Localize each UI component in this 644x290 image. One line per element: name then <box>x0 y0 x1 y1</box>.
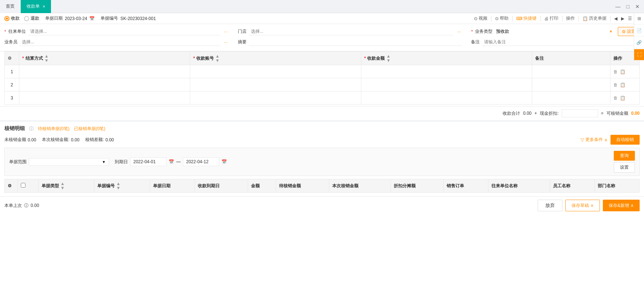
store-input[interactable] <box>249 28 454 35</box>
save-new-chevron[interactable]: ∧ <box>631 203 634 208</box>
shortcut-btn[interactable]: ⌨ 快捷键 <box>516 15 537 21</box>
print-icon: 🖨 <box>544 16 549 21</box>
writeoff-section: 核销明细 ⓘ 待核销单据(0笔) 已核销单据(0笔) 未核销金额 0.00 本次… <box>0 120 644 196</box>
discount-label: 现金折扣: <box>540 110 558 117</box>
partner-input[interactable] <box>28 28 220 35</box>
amount-col-label: 收款金额 <box>367 55 385 62</box>
date-to-input[interactable] <box>183 157 219 166</box>
video-btn[interactable]: ⊙ 视频 <box>474 15 487 21</box>
summary-input[interactable] <box>249 38 463 46</box>
account-cell[interactable] <box>190 78 361 91</box>
delete-row-icon[interactable]: 🗑 <box>613 69 618 74</box>
amount-sort-icon[interactable]: ▲▼ <box>386 54 390 63</box>
panel-link-icon[interactable]: 🔗 <box>634 37 644 48</box>
history-btn[interactable]: 📋 历史单据 <box>582 15 606 21</box>
filter-settings-btn[interactable]: 设置 <box>614 162 635 173</box>
amount-cell[interactable] <box>361 91 532 105</box>
table-gear-icon[interactable]: ⚙ <box>8 56 12 61</box>
next-btn[interactable]: ▶ <box>621 16 624 21</box>
required-mark: * <box>471 29 473 34</box>
sales-order-col: 销售订单 <box>444 179 488 193</box>
writeoff-info-icon[interactable]: ⓘ <box>29 126 34 132</box>
store-more-btn[interactable]: ··· <box>456 29 462 34</box>
account-cell[interactable] <box>190 91 361 105</box>
amount-cell[interactable] <box>361 78 532 91</box>
method-cell[interactable] <box>19 91 190 105</box>
window-close-button[interactable]: ✕ <box>634 4 641 9</box>
note-field: 备注 <box>471 38 640 46</box>
close-tab-icon[interactable]: × <box>43 4 45 9</box>
ops-btn[interactable]: 操作 <box>566 15 575 21</box>
home-tab[interactable]: 首页 <box>0 0 21 13</box>
copy-row-icon[interactable]: 📋 <box>620 69 625 74</box>
date-range: 到期日 📅 — 📅 <box>115 157 227 166</box>
staff-input[interactable] <box>20 38 220 46</box>
biz-type-dropdown[interactable]: ▼ <box>609 30 613 34</box>
save-draft-chevron[interactable]: ∧ <box>590 203 594 208</box>
select-all-checkbox[interactable] <box>21 183 25 188</box>
store-field: 门店 ··· <box>238 28 463 35</box>
footer-right: 放弃 保存草稿 ∧ 保存&新增 ∧ <box>538 200 640 211</box>
account-cell[interactable] <box>190 65 361 78</box>
table-gear-icon[interactable]: ⚙ <box>8 183 12 188</box>
doc-no-sort[interactable]: ▲▼ <box>116 181 121 190</box>
doc-type-sort[interactable]: ▲▼ <box>60 181 65 190</box>
divider <box>578 16 579 21</box>
panel-table-icon[interactable]: ⊞ <box>634 13 644 24</box>
auto-writeoff-btn[interactable]: 自动核销 <box>610 135 640 145</box>
maximize-button[interactable]: □ <box>625 4 631 9</box>
receipt-tab-label: 收款单 <box>27 3 40 9</box>
current-bill-info-icon[interactable]: ⓘ <box>24 203 28 209</box>
diff-value: 0.00 <box>105 137 114 142</box>
staff-more-btn[interactable]: ··· <box>223 40 229 45</box>
copy-row-icon[interactable]: 📋 <box>620 95 625 101</box>
refund-radio[interactable]: 退款 <box>24 15 39 21</box>
calendar-icon[interactable]: 📅 <box>89 16 95 21</box>
note-cell[interactable] <box>532 65 610 78</box>
date-from-input[interactable] <box>130 157 166 166</box>
query-btn[interactable]: 查询 <box>614 151 635 161</box>
account-sort-icon[interactable]: ▲▼ <box>215 54 220 63</box>
more-conditions-btn[interactable]: ▽ 更多条件 ∧ <box>581 137 608 143</box>
chevron-up-icon: ∧ <box>604 137 608 142</box>
done-tab[interactable]: 已核销单据(0笔) <box>74 126 106 132</box>
copy-row-icon[interactable]: 📋 <box>620 82 625 87</box>
dept-name-col: 部门名称 <box>594 179 639 193</box>
abandon-button[interactable]: 放弃 <box>538 200 562 211</box>
method-sort-icon[interactable]: ▲▼ <box>44 54 49 63</box>
calendar-to-icon[interactable]: 📅 <box>221 159 227 164</box>
method-cell[interactable] <box>19 65 190 78</box>
method-cell[interactable] <box>19 78 190 91</box>
receipt-tab[interactable]: 收款单 × <box>21 0 51 13</box>
calendar-from-icon[interactable]: 📅 <box>169 159 174 164</box>
note-input[interactable] <box>482 38 640 46</box>
discount-input[interactable] <box>562 109 598 117</box>
panel-doc-icon[interactable]: 📄 <box>634 25 644 36</box>
doc-type-col: 单据类型 ▲▼ <box>38 179 94 193</box>
print-btn[interactable]: 🖨 打印 <box>544 15 558 21</box>
home-tab-label: 首页 <box>6 3 15 9</box>
divider <box>562 16 562 21</box>
save-new-button[interactable]: 保存&新增 ∧ <box>603 200 640 211</box>
partner-more-btn[interactable]: ··· <box>223 29 229 34</box>
total-value: 0.00 <box>523 111 531 116</box>
current-amount-col: 本次核销金额 <box>329 179 390 193</box>
panel-screen-icon[interactable]: ⛶ <box>634 49 644 60</box>
pending-amount-col: 待核销金额 <box>276 179 329 193</box>
amount-cell[interactable] <box>361 65 532 78</box>
divider <box>610 16 610 21</box>
note-cell[interactable] <box>532 91 610 105</box>
help-btn[interactable]: ⊙ 帮助 <box>495 15 508 21</box>
list-view-btn[interactable]: ☰ <box>628 16 632 21</box>
pending-tab[interactable]: 待核销单据(0笔) <box>38 126 70 132</box>
range-select[interactable]: ▼ <box>29 158 109 166</box>
summary-label: 摘要 <box>238 39 247 45</box>
save-draft-button[interactable]: 保存草稿 ∧ <box>565 200 600 211</box>
biz-type-value: 预收款 <box>496 28 607 35</box>
delete-row-icon[interactable]: 🗑 <box>613 82 618 87</box>
receipt-radio[interactable]: 收款 <box>4 15 20 21</box>
minimize-button[interactable]: — <box>614 4 622 9</box>
prev-btn[interactable]: ◀ <box>614 16 617 21</box>
note-cell[interactable] <box>532 78 610 91</box>
delete-row-icon[interactable]: 🗑 <box>613 95 618 101</box>
